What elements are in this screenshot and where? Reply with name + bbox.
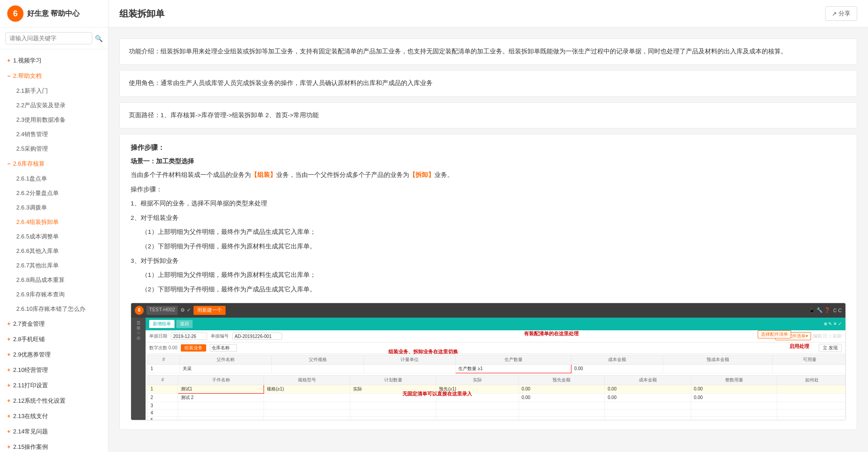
- mock-btd-how: [777, 385, 845, 393]
- sidebar-item-label: 2.8手机旺铺: [13, 335, 45, 343]
- mock-bth-cost: 成本金额: [605, 375, 691, 385]
- highlight-disassembly: 【拆卸】: [409, 171, 434, 178]
- mock-th-num: #: [148, 355, 180, 364]
- intro-text: 功能介绍：组装拆卸单用来处理企业组装或拆卸等加工业务，支持有固定装配清单的产品加…: [129, 46, 848, 57]
- mock-btd-num: 2: [148, 393, 178, 402]
- sidebar-item-custom[interactable]: + 2.12系统个性化设置: [0, 393, 108, 409]
- sidebar-item-new[interactable]: 2.1新手入门: [0, 84, 108, 98]
- screenshot-inner: 6 TEST-H002 ⚙ ✓ 用新建一个 📱 🔧 ❓ C C ☰⊞☆◎: [131, 303, 845, 420]
- main-body: 功能介绍：组装拆卸单用来处理企业组装或拆卸等加工业务，支持有固定装配清单的产品加…: [108, 28, 868, 452]
- sidebar-item-other-in[interactable]: 2.6.6其他入库单: [0, 244, 108, 258]
- sidebar-item-label: 2.3使用前数据准备: [16, 116, 66, 124]
- sidebar-item-label: 2.15操作案例: [13, 443, 48, 451]
- plus-icon: +: [7, 444, 10, 450]
- mock-new-btn: 用新建一个: [193, 306, 226, 315]
- sidebar-item-label: 2.6.9库存账本查询: [16, 290, 65, 299]
- sidebar-item-ledger[interactable]: 2.6.9库存账本查询: [0, 287, 108, 302]
- mock-btd-name: 测试1: [178, 385, 264, 393]
- sidebar-item-label: 2.6.4组装拆卸单: [16, 218, 59, 226]
- sidebar-item-check[interactable]: 2.6.1盘点单: [0, 171, 108, 186]
- sidebar-item-label: 2.14常见问题: [13, 428, 48, 436]
- mock-bottom-table: # 子件名称 规格型号 计划数量 实际 预先金额 成本金额 整数用量: [147, 375, 845, 420]
- mock-list-btn: 选择配件清单: [758, 330, 791, 338]
- plus-icon: +: [7, 398, 10, 404]
- plus-icon: +: [7, 382, 10, 389]
- sidebar-item-print[interactable]: + 2.11打印设置: [0, 378, 108, 393]
- sidebar-item-prepare[interactable]: 2.3使用前数据准备: [0, 113, 108, 127]
- mock-tab-return: 退回: [176, 320, 193, 328]
- mock-btd-name: 测试 2: [178, 393, 264, 402]
- mock-th-cost: 成本金额: [571, 355, 663, 364]
- plus-icon: +: [7, 336, 10, 343]
- mock-bth-spec: 规格型号: [264, 375, 350, 385]
- sidebar-item-label: 2.2产品安装及登录: [16, 101, 66, 109]
- mock-bth-pre: 预先金额: [519, 375, 605, 385]
- sidebar-item-payment[interactable]: + 2.13在线支付: [0, 409, 108, 424]
- mock-th-qty: 生产数量: [455, 355, 571, 364]
- logo-text: 好生意 帮助中心: [27, 9, 80, 19]
- sidebar-search[interactable]: 🔍: [0, 28, 108, 49]
- path-section: 页面路径：1、库存核算->库存管理->组装拆卸单 2、首页->常用功能: [119, 102, 857, 128]
- steps-title: 操作步骤：: [131, 184, 846, 195]
- sidebar-item-purchase[interactable]: 2.5采购管理: [0, 142, 108, 156]
- sidebar-item-label: 2.12系统个性化设置: [13, 397, 66, 405]
- sidebar-item-finance[interactable]: + 2.7资金管理: [0, 316, 108, 332]
- intro-section: 功能介绍：组装拆卸单用来处理企业组装或拆卸等加工业务，支持有固定装配清单的产品加…: [119, 38, 857, 65]
- mock-bth-name: 子件名称: [178, 375, 264, 385]
- sidebar-item-mobile[interactable]: + 2.8手机旺铺: [0, 332, 108, 347]
- mock-btd-int: 0.00: [691, 385, 777, 393]
- mock-btd-num: 1: [148, 385, 178, 393]
- sidebar-item-inventory[interactable]: − 2.6库存核算: [0, 156, 108, 171]
- sidebar-item-sales[interactable]: 2.4销售管理: [0, 127, 108, 142]
- plus-icon: +: [7, 352, 10, 358]
- sidebar-item-cost[interactable]: 2.6.5成本调整单: [0, 229, 108, 244]
- sidebar-item-label: 2.6.1盘点单: [16, 175, 47, 183]
- mock-th-parent: 父件名称: [180, 355, 272, 364]
- sidebar-item-check2[interactable]: 2.6.2分量盘点单: [0, 186, 108, 200]
- table-row: 4: [148, 409, 846, 416]
- sidebar-nav: + 1.视频学习 − 2.帮助文档 2.1新手入门 2.2产品安装及登录 2.3…: [0, 49, 108, 452]
- sidebar-item-coupon[interactable]: + 2.9优惠券管理: [0, 347, 108, 362]
- mock-toolbar: 新增组单 退回 ⊕ ✎ ✕ ✓: [146, 318, 845, 330]
- mock-th-avail: 可用量: [773, 355, 845, 364]
- sidebar-item-video[interactable]: + 1.视频学习: [0, 53, 108, 68]
- step1: 1、根据不同的业务，选择不同单据的类型来处理: [131, 198, 846, 209]
- sidebar-item-label: 2.6.8商品成本重算: [16, 276, 65, 284]
- mock-toolbar-icons: ⊕ ✎ ✕ ✓: [824, 321, 842, 326]
- sidebar-item-manage[interactable]: + 2.10经营管理: [0, 362, 108, 378]
- mock-id-field: TEST-H002: [146, 306, 178, 315]
- sidebar-item-error[interactable]: 2.6.10库存账本错了怎么办: [0, 302, 108, 316]
- main-header: 组装拆卸单 ↗ 分享: [108, 0, 868, 28]
- step2: 2、对于组装业务: [131, 212, 846, 224]
- sidebar-item-faq[interactable]: + 2.14常见问题: [0, 424, 108, 439]
- sidebar-item-label: 2.6.2分量盘点单: [16, 189, 59, 197]
- mock-app-logo: 6: [135, 306, 144, 315]
- mock-app-icons: 📱 🔧 ❓: [809, 307, 830, 313]
- path-text: 页面路径：1、库存核算->库存管理->组装拆卸单 2、首页->常用功能: [129, 110, 848, 121]
- mock-form-area: 单据日期 2019-12-26 单据编号 AD-20191226-001 选择配…: [146, 330, 845, 343]
- mock-btd-spec: 规格(≥1): [264, 385, 350, 393]
- sidebar-item-install[interactable]: 2.2产品安装及登录: [0, 98, 108, 113]
- sidebar-item-label: 2.13在线支付: [13, 412, 48, 420]
- sidebar-item-cases[interactable]: + 2.15操作案例: [0, 439, 108, 452]
- mock-top-table: # 父件名称 父件规格 计量单位 生产数量 成本金额 预成本金额 可用量: [147, 355, 845, 373]
- mock-td-cost: 0.00: [571, 364, 663, 373]
- sidebar-item-assembly[interactable]: 2.6.4组装拆卸单: [0, 215, 108, 229]
- share-icon: ↗: [832, 10, 837, 17]
- share-button[interactable]: ↗ 分享: [825, 6, 857, 21]
- annotation-3: 启用处理: [789, 343, 809, 350]
- sidebar-item-other-out[interactable]: 2.6.7其他出库单: [0, 258, 108, 273]
- highlight-assembly: 【组装】: [251, 171, 276, 178]
- sidebar-item-adjust[interactable]: 2.6.3调拨单: [0, 200, 108, 215]
- share-label: 分享: [839, 10, 850, 18]
- search-input[interactable]: [5, 32, 92, 44]
- mock-user: C C: [833, 308, 842, 313]
- sidebar-item-label: 2.1新手入门: [16, 87, 48, 95]
- mock-bth-num: #: [148, 375, 178, 385]
- sidebar-item-label: 2.6.7其他出库单: [16, 262, 59, 270]
- mock-form-row2: 数字次数 0.00 组装业务 仓库名称 立 发现: [146, 343, 845, 354]
- sidebar-item-label: 2.7资金管理: [13, 320, 45, 328]
- sidebar-item-docs[interactable]: − 2.帮助文档: [0, 68, 108, 84]
- search-button[interactable]: 🔍: [95, 35, 103, 42]
- sidebar-item-cost-calc[interactable]: 2.6.8商品成本重算: [0, 273, 108, 287]
